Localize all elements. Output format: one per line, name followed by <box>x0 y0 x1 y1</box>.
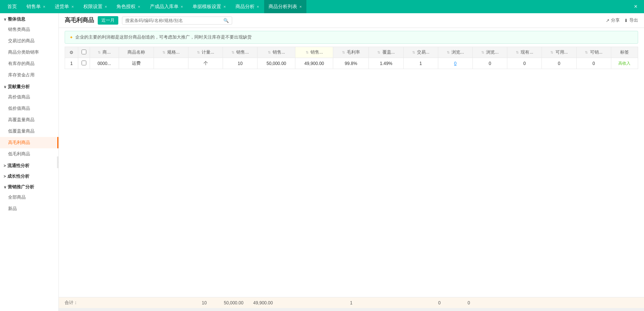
sidebar-item-high-margin[interactable]: 高毛利商品 <box>0 137 58 148</box>
col-coverage[interactable]: ⇅ 覆盖... <box>369 47 403 58</box>
sidebar-item-sales-goods[interactable]: 销售类商品 <box>0 24 58 35</box>
cell-saleable-stock: 0 <box>576 58 611 69</box>
export-button[interactable]: ⬇ 导出 <box>624 17 638 23</box>
nav-close-analysis-list[interactable]: × <box>299 4 302 9</box>
share-button[interactable]: ↗ 分享 <box>606 17 620 23</box>
export-icon: ⬇ <box>624 18 628 23</box>
search-box: 🔍 <box>122 17 232 25</box>
time-filter-button[interactable]: 近一月 <box>98 16 118 25</box>
sort-icon-saleable-stock: ⇅ <box>585 50 588 54</box>
data-table-wrapper: ⚙ ⇅ 商... 商品名称 ⇅ <box>65 47 638 297</box>
sidebar-collapse-button[interactable]: « <box>57 156 59 168</box>
group-arrow-growth: > <box>4 174 6 178</box>
top-navigation: 首页 销售单 × 进货单 × 权限设置 × 角色授权 × 产成品入库单 × 单据… <box>0 0 644 13</box>
data-table: ⚙ ⇅ 商... 商品名称 ⇅ <box>65 47 638 69</box>
sidebar-item-low-value[interactable]: 低价值商品 <box>0 103 58 114</box>
view1-link[interactable]: 0 <box>454 61 457 66</box>
nav-template-settings[interactable]: 单据模板设置 × <box>188 0 230 13</box>
nav-close-role[interactable]: × <box>138 4 140 9</box>
col-unit[interactable]: ⇅ 计量... <box>188 47 223 58</box>
col-trade[interactable]: ⇅ 交易... <box>403 47 438 58</box>
nav-sales-order[interactable]: 销售单 × <box>22 0 50 13</box>
sort-icon-trade: ⇅ <box>412 50 415 54</box>
sort-icon-view1: ⇅ <box>447 50 450 54</box>
col-saleable-stock[interactable]: ⇅ 可销... <box>576 47 611 58</box>
footer-label: 合计： <box>65 300 94 306</box>
sidebar-group-overall[interactable]: ∨ 整体信息 <box>0 13 58 24</box>
col-spec[interactable]: ⇅ 规格... <box>154 47 188 58</box>
sort-icon-available-stock: ⇅ <box>550 50 553 54</box>
col-sales-qty[interactable]: ⇅ 销售... <box>223 47 258 58</box>
col-current-stock[interactable]: ⇅ 现有... <box>507 47 542 58</box>
col-gross-margin[interactable]: ⇅ 毛利率 <box>333 47 369 58</box>
nav-product-inbound[interactable]: 产成品入库单 × <box>145 0 187 13</box>
sidebar-item-all-goods[interactable]: 全部商品 <box>0 192 58 203</box>
sidebar-item-traded-goods[interactable]: 交易过的商品 <box>0 35 58 47</box>
sidebar-group-contribution[interactable]: ∨ 贡献量分析 <box>0 81 58 91</box>
sidebar-group-liquidity[interactable]: > 流通性分析 <box>0 160 58 170</box>
nav-close-purchase[interactable]: × <box>71 4 73 9</box>
nav-close-sales[interactable]: × <box>43 4 45 9</box>
cell-view2: 0 <box>472 58 507 69</box>
sidebar-item-in-stock[interactable]: 有库存的商品 <box>0 58 58 69</box>
footer-trade: 1 <box>337 300 366 305</box>
cell-checkbox <box>78 58 90 69</box>
sort-icon-sales-amount: ⇅ <box>268 50 271 54</box>
nav-purchase-order[interactable]: 进货单 × <box>50 0 78 13</box>
cell-name: 运费 <box>119 58 154 69</box>
group-arrow-marketing: ∨ <box>4 185 6 189</box>
sidebar-item-high-coverage[interactable]: 高覆盖量商品 <box>0 114 58 126</box>
cell-sales-amount: 50,000.00 <box>258 58 295 69</box>
nav-close-template[interactable]: × <box>223 4 226 9</box>
search-input[interactable] <box>125 18 222 23</box>
col-view2[interactable]: ⇅ 浏览... <box>472 47 507 58</box>
cell-sales-cost: 49,900.00 <box>295 58 333 69</box>
sidebar-item-category-rate[interactable]: 商品分类助销率 <box>0 47 58 58</box>
col-code[interactable]: ⇅ 商... <box>90 47 119 58</box>
row-checkbox[interactable] <box>82 61 86 65</box>
col-sales-cost[interactable]: ⇅ 销售... <box>295 47 333 58</box>
footer-sales-cost: 49,900.00 <box>248 300 278 305</box>
nav-home[interactable]: 首页 <box>3 0 21 13</box>
nav-permission-settings[interactable]: 权限设置 × <box>79 0 111 13</box>
footer-current-stock: 0 <box>425 300 454 305</box>
sidebar-group-growth[interactable]: > 成长性分析 <box>0 170 58 181</box>
cell-sales-qty: 10 <box>223 58 258 69</box>
footer-view2 <box>395 300 425 305</box>
sidebar-item-new-goods[interactable]: 新品 <box>0 203 58 214</box>
select-all-checkbox[interactable] <box>82 50 86 54</box>
header-actions: ↗ 分享 ⬇ 导出 <box>606 17 638 23</box>
cell-trade: 1 <box>403 58 438 69</box>
nav-close-permission[interactable]: × <box>105 4 107 9</box>
nav-close-analysis[interactable]: × <box>257 4 259 9</box>
window-close-button[interactable]: × <box>630 3 641 10</box>
sidebar-item-stock-capital[interactable]: 库存资金占用 <box>0 69 58 81</box>
nav-product-analysis[interactable]: 商品分析 × <box>231 0 263 13</box>
nav-close-inbound[interactable]: × <box>181 4 183 9</box>
sort-icon-current-stock: ⇅ <box>516 50 519 54</box>
sidebar: « ∨ 整体信息 销售类商品 交易过的商品 商品分类助销率 有库存的商品 库存资… <box>0 13 59 311</box>
sidebar-item-high-value[interactable]: 高价值商品 <box>0 91 58 103</box>
nav-role-auth[interactable]: 角色授权 × <box>112 0 144 13</box>
bottom-scrollbar[interactable] <box>59 308 644 311</box>
col-view1[interactable]: ⇅ 浏览... <box>438 47 472 58</box>
footer-coverage <box>307 300 337 305</box>
col-available-stock[interactable]: ⇅ 可用... <box>542 47 576 58</box>
cell-coverage: 1.49% <box>369 58 403 69</box>
footer-cells: 10 50,000.00 49,900.00 1 0 0 <box>94 300 638 305</box>
footer-view1 <box>366 300 395 305</box>
settings-icon[interactable]: ⚙ <box>69 50 73 55</box>
cell-spec <box>154 58 188 69</box>
col-sales-amount[interactable]: ⇅ 销售... <box>258 47 295 58</box>
info-icon: ✦ <box>69 35 73 40</box>
sidebar-group-marketing[interactable]: ∨ 营销推广分析 <box>0 181 58 192</box>
nav-right: × <box>630 3 641 10</box>
nav-analysis-list[interactable]: 商品分析列表 × <box>264 0 306 13</box>
cell-gross-margin: 99.8% <box>333 58 369 69</box>
sort-icon-coverage: ⇅ <box>377 50 380 54</box>
sidebar-item-low-coverage[interactable]: 低覆盖量商品 <box>0 126 58 137</box>
sidebar-item-low-margin[interactable]: 低毛利商品 <box>0 148 58 160</box>
search-icon[interactable]: 🔍 <box>223 18 229 23</box>
sort-icon-sales-cost: ⇅ <box>306 50 309 54</box>
cell-unit: 个 <box>188 58 223 69</box>
